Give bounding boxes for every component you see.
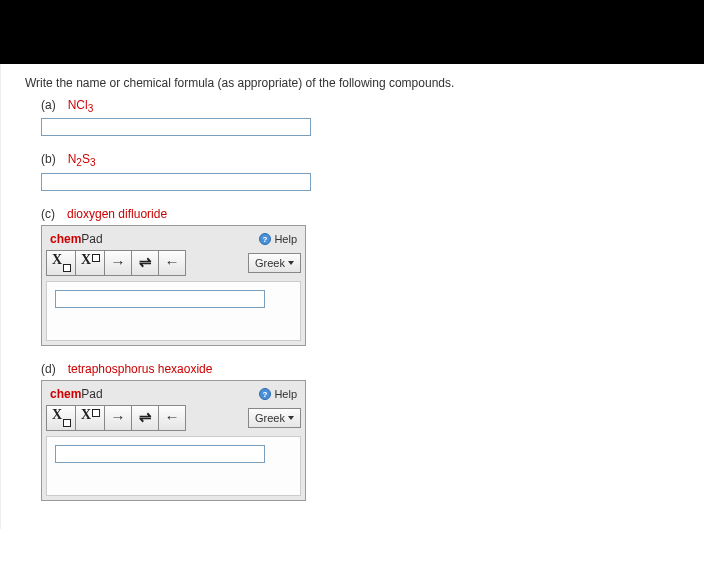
- svg-text:?: ?: [263, 235, 268, 244]
- part-c-label: (c): [41, 207, 55, 221]
- question-content: Write the name or chemical formula (as a…: [0, 64, 704, 529]
- chempad-c-input-area: [46, 281, 301, 341]
- subscript-button[interactable]: X: [46, 405, 76, 431]
- chempad-c: chemPad ? Help X X → ⇌ ← Greek: [41, 225, 306, 346]
- question-instructions: Write the name or chemical formula (as a…: [25, 76, 680, 90]
- chempad-c-input[interactable]: [55, 290, 265, 308]
- equilibrium-arrow-button[interactable]: ⇌: [131, 250, 159, 276]
- greek-dropdown[interactable]: Greek: [248, 408, 301, 428]
- svg-text:?: ?: [263, 390, 268, 399]
- chevron-down-icon: [288, 261, 294, 265]
- subscript-button[interactable]: X: [46, 250, 76, 276]
- equilibrium-arrow-button[interactable]: ⇌: [131, 405, 159, 431]
- chempad-title: chemPad: [50, 232, 103, 246]
- chempad-d-input-area: [46, 436, 301, 496]
- back-arrow-button[interactable]: ←: [158, 250, 186, 276]
- forward-arrow-button[interactable]: →: [104, 405, 132, 431]
- top-black-bar: [0, 0, 704, 64]
- superscript-button[interactable]: X: [75, 250, 105, 276]
- part-b-label: (b): [41, 152, 56, 166]
- chevron-down-icon: [288, 416, 294, 420]
- chempad-help-button[interactable]: ? Help: [259, 388, 297, 400]
- part-d-label: (d): [41, 362, 56, 376]
- part-d: (d) tetraphosphorus hexaoxide chemPad ? …: [41, 362, 680, 501]
- forward-arrow-button[interactable]: →: [104, 250, 132, 276]
- part-b-input[interactable]: [41, 173, 311, 191]
- part-c-name: dioxygen difluoride: [67, 207, 167, 221]
- part-d-name: tetraphosphorus hexaoxide: [68, 362, 213, 376]
- back-arrow-button[interactable]: ←: [158, 405, 186, 431]
- part-a-label: (a): [41, 98, 56, 112]
- chempad-help-button[interactable]: ? Help: [259, 233, 297, 245]
- superscript-button[interactable]: X: [75, 405, 105, 431]
- part-b-formula: N2S3: [68, 152, 96, 168]
- part-a: (a) NCl3: [41, 98, 680, 136]
- part-c: (c) dioxygen difluoride chemPad ? Help X…: [41, 207, 680, 346]
- help-icon: ?: [259, 233, 271, 245]
- greek-dropdown[interactable]: Greek: [248, 253, 301, 273]
- part-a-input[interactable]: [41, 118, 311, 136]
- chempad-d-input[interactable]: [55, 445, 265, 463]
- part-a-formula: NCl3: [68, 98, 94, 114]
- help-icon: ?: [259, 388, 271, 400]
- chempad-d: chemPad ? Help X X → ⇌ ← Greek: [41, 380, 306, 501]
- chempad-title: chemPad: [50, 387, 103, 401]
- part-b: (b) N2S3: [41, 152, 680, 190]
